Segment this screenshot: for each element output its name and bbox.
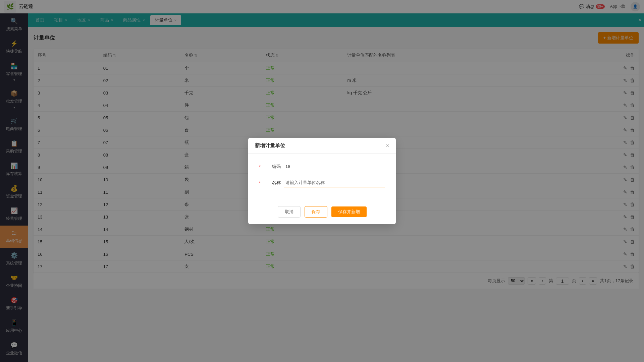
form-row-code: * 编码: [259, 162, 385, 171]
code-label: 编码: [264, 164, 281, 170]
required-mark-code: *: [259, 164, 261, 169]
code-input[interactable]: [284, 162, 385, 171]
add-unit-dialog: 新增计量单位 × * 编码 * 名称 取消 保存 保存并新增: [248, 138, 396, 224]
dialog-close-button[interactable]: ×: [386, 143, 389, 149]
name-input[interactable]: [284, 178, 385, 187]
dialog-body: * 编码 * 名称: [248, 154, 396, 202]
name-label: 名称: [264, 180, 281, 186]
required-mark-name: *: [259, 180, 261, 185]
form-row-name: * 名称: [259, 178, 385, 187]
dialog-footer: 取消 保存 保存并新增: [248, 202, 396, 224]
dialog-title: 新增计量单位: [255, 142, 285, 149]
save-button[interactable]: 保存: [305, 206, 327, 218]
modal-overlay[interactable]: 新增计量单位 × * 编码 * 名称 取消 保存 保存并新增: [0, 0, 644, 362]
dialog-header: 新增计量单位 ×: [248, 138, 396, 154]
cancel-button[interactable]: 取消: [278, 206, 301, 218]
save-add-button[interactable]: 保存并新增: [331, 206, 367, 217]
